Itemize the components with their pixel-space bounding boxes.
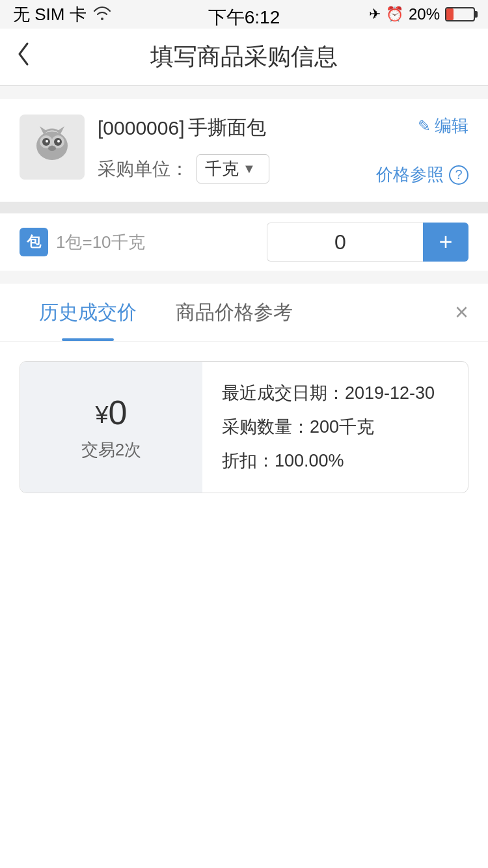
- section-divider: [0, 202, 488, 213]
- tab-product-price-ref[interactable]: 商品价格参考: [156, 284, 312, 341]
- price-value: 0: [109, 394, 128, 431]
- quantity-row: 包 1包=10千克 +: [0, 213, 488, 271]
- carrier-text: 无 SIM 卡: [13, 3, 87, 26]
- svg-point-5: [46, 140, 48, 142]
- dropdown-arrow-icon: ▼: [243, 161, 256, 176]
- product-id: [0000006]: [98, 117, 184, 139]
- trade-count: 交易2次: [81, 439, 141, 461]
- edit-icon: ✎: [418, 117, 431, 135]
- close-icon: ×: [455, 299, 468, 325]
- quantity-increment-button[interactable]: +: [423, 223, 468, 262]
- package-icon: 包: [20, 228, 48, 256]
- history-card-left: ¥0 交易2次: [20, 362, 202, 493]
- svg-point-6: [57, 140, 60, 142]
- price-reference-button[interactable]: 价格参照 ?: [376, 163, 468, 186]
- unit-info: 包 1包=10千克: [20, 228, 145, 256]
- product-left: [0000006] 手撕面包 采购单位： 千克 ▼: [20, 115, 269, 183]
- location-icon: ✈: [369, 6, 381, 23]
- purchase-qty-row: 采购数量：200千克: [222, 415, 448, 440]
- quantity-input-row: +: [267, 223, 468, 262]
- help-icon: ?: [449, 165, 468, 185]
- purchase-qty-value: 200千克: [310, 417, 374, 437]
- tab-panel-close-button[interactable]: ×: [455, 299, 468, 326]
- quantity-input[interactable]: [267, 223, 423, 262]
- product-unit-row: 采购单位： 千克 ▼: [98, 154, 269, 183]
- battery-icon: [445, 7, 475, 21]
- tab-header: 历史成交价 商品价格参考 ×: [0, 284, 488, 342]
- price-ref-label: 价格参照: [376, 163, 444, 186]
- svg-point-7: [48, 146, 56, 151]
- history-card: ¥0 交易2次 最近成交日期：2019-12-30 采购数量：200千克 折扣：…: [20, 361, 468, 493]
- recent-date-row: 最近成交日期：2019-12-30: [222, 381, 448, 406]
- package-hint: 1包=10千克: [56, 231, 145, 254]
- tab-price-ref-label: 商品价格参考: [176, 299, 293, 326]
- product-name: 手撕面包: [188, 115, 266, 141]
- product-header: [0000006] 手撕面包 采购单位： 千克 ▼ ✎ 编辑 价格参照: [20, 115, 468, 186]
- status-left: 无 SIM 卡: [13, 3, 111, 26]
- unit-label: 采购单位：: [98, 157, 189, 182]
- wifi-icon: [93, 5, 111, 25]
- battery-percent: 20%: [409, 5, 440, 23]
- alarm-icon: ⏰: [386, 6, 403, 23]
- currency-symbol: ¥: [96, 401, 109, 428]
- purchase-qty-label: 采购数量：: [222, 417, 310, 437]
- nav-bar: 填写商品采购信息: [0, 29, 488, 86]
- page-title: 填写商品采购信息: [150, 41, 338, 73]
- package-label: 包: [27, 232, 41, 252]
- product-info: [0000006] 手撕面包 采购单位： 千克 ▼: [98, 115, 269, 183]
- discount-row: 折扣：100.00%: [222, 449, 448, 474]
- tab-history-label: 历史成交价: [39, 299, 137, 326]
- bottom-space: [0, 513, 488, 868]
- discount-label: 折扣：: [222, 451, 275, 470]
- unit-value: 千克: [205, 157, 239, 180]
- history-price: ¥0: [96, 393, 128, 432]
- unit-select-dropdown[interactable]: 千克 ▼: [197, 154, 269, 183]
- product-image-icon: [29, 121, 75, 174]
- status-bar: 无 SIM 卡 下午6:12 ✈ ⏰ 20%: [0, 0, 488, 29]
- discount-value: 100.00%: [275, 451, 344, 470]
- status-time: 下午6:12: [208, 5, 280, 30]
- history-card-right: 最近成交日期：2019-12-30 采购数量：200千克 折扣：100.00%: [202, 362, 468, 493]
- history-content: ¥0 交易2次 最近成交日期：2019-12-30 采购数量：200千克 折扣：…: [0, 342, 488, 513]
- recent-date-value: 2019-12-30: [345, 383, 435, 403]
- product-card: [0000006] 手撕面包 采购单位： 千克 ▼ ✎ 编辑 价格参照: [0, 99, 488, 202]
- back-button[interactable]: [16, 41, 31, 73]
- edit-label: 编辑: [435, 115, 468, 137]
- tab-history-price[interactable]: 历史成交价: [20, 284, 156, 341]
- status-right: ✈ ⏰ 20%: [369, 5, 475, 23]
- product-thumbnail: [20, 115, 85, 180]
- tab-panel: 历史成交价 商品价格参考 × ¥0 交易2次 最近成交日期：2019-12-30: [0, 284, 488, 513]
- edit-button[interactable]: ✎ 编辑: [418, 115, 468, 137]
- recent-date-label: 最近成交日期：: [222, 383, 345, 403]
